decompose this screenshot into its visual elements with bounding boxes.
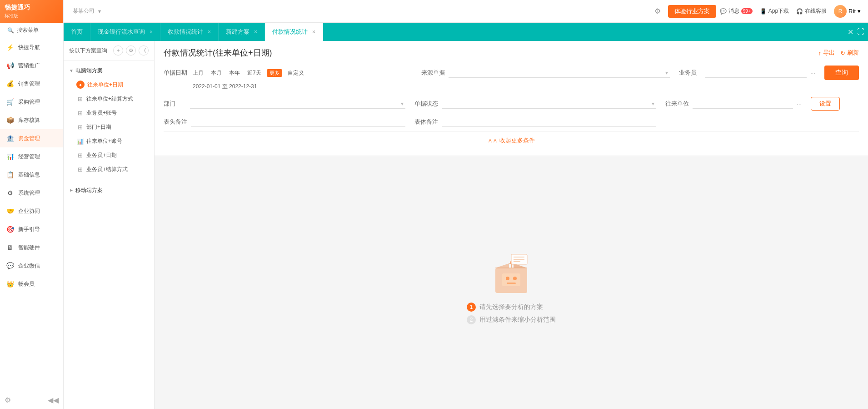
app-download-button[interactable]: 📱 App下载 xyxy=(760,7,789,15)
schema-item-partner-date[interactable]: ● 往来单位+日期 xyxy=(64,77,154,92)
sidebar-item-wechat[interactable]: 💬 企业微信 xyxy=(0,257,63,275)
schema-item-staff-account[interactable]: ⊞ 业务员+账号 xyxy=(64,106,154,120)
export-button[interactable]: ↑ 导出 xyxy=(818,49,835,57)
header-gear-icon[interactable]: ⚙ xyxy=(654,7,661,15)
pc-schemes-title[interactable]: ▼ 电脑端方案 xyxy=(64,64,154,77)
app-download-label: App下载 xyxy=(768,7,789,15)
sales-icon: 💰 xyxy=(5,79,15,88)
sidebar-item-quick-nav[interactable]: ⚡ 快捷导航 xyxy=(0,38,63,56)
staff-more-icon[interactable]: ··· xyxy=(810,70,815,76)
settings-icon[interactable]: ⚙ xyxy=(5,396,11,404)
sidebar-item-label: 智能硬件 xyxy=(18,244,40,252)
schema-item-staff-settle[interactable]: ⊞ 业务员+结算方式 xyxy=(64,162,154,177)
online-service-button[interactable]: 🎧 在线客服 xyxy=(796,7,827,15)
sidebar-item-purchase[interactable]: 🛒 采购管理 xyxy=(0,93,63,111)
sidebar-item-basic-info[interactable]: 📋 基础信息 xyxy=(0,166,63,184)
tab-income-stats[interactable]: 收款情况统计 × xyxy=(160,23,219,41)
refresh-button[interactable]: ↻ 刷新 xyxy=(840,49,859,57)
refresh-icon: ↻ xyxy=(840,50,845,56)
sidebar-item-hardware[interactable]: 🖥 智能硬件 xyxy=(0,238,63,257)
sidebar-item-operations[interactable]: 📊 经营管理 xyxy=(0,147,63,166)
sidebar-search[interactable]: 🔍 搜索菜单 xyxy=(0,23,63,38)
date-custom[interactable]: 自定义 xyxy=(286,68,306,78)
mobile-schemes-label: 移动端方案 xyxy=(75,187,103,194)
expand-arrow-icon: ▼ xyxy=(69,188,74,193)
tab-home-label: 首页 xyxy=(71,28,83,36)
partner-more-icon[interactable]: ··· xyxy=(797,101,802,107)
tab-payment-stats[interactable]: 付款情况统计 × xyxy=(265,23,323,41)
sidebar-item-guide[interactable]: 🎯 新手引导 xyxy=(0,220,63,238)
sidebar-item-sales[interactable]: 💰 销售管理 xyxy=(0,75,63,93)
dept-select[interactable]: ▾ xyxy=(190,99,405,109)
schema-item-dept-date[interactable]: ⊞ 部门+日期 xyxy=(64,120,154,134)
staff-input[interactable] xyxy=(705,68,807,78)
status-select[interactable]: ▾ xyxy=(442,99,656,109)
date-this-month[interactable]: 本月 xyxy=(209,68,224,78)
main-area: 某某公司 ▾ ⚙ 体验行业方案 💬 消息 99+ 📱 App下载 🎧 在线客服 … xyxy=(64,0,868,409)
sidebar-item-member[interactable]: 👑 畅会员 xyxy=(0,275,63,293)
settings-icon: ⚙ xyxy=(129,47,134,54)
empty-state: 1 请先选择要分析的方案 2 用过滤条件来缩小分析范围 xyxy=(467,250,556,324)
mobile-schemes-title[interactable]: ▼ 移动端方案 xyxy=(64,184,154,197)
maximize-window-icon[interactable]: ⛶ xyxy=(857,28,864,36)
sidebar-item-marketing[interactable]: 📢 营销推广 xyxy=(0,56,63,75)
close-window-icon[interactable]: ✕ xyxy=(848,28,853,36)
sidebar-item-enterprise[interactable]: 🤝 企业协同 xyxy=(0,202,63,220)
schema-item-label: 部门+日期 xyxy=(86,123,111,131)
tab-income-stats-close[interactable]: × xyxy=(208,29,211,35)
date-range-row: 2022-01-01 至 2022-12-31 xyxy=(164,83,859,91)
date-more[interactable]: 更多 xyxy=(267,69,282,77)
svg-rect-6 xyxy=(507,283,516,284)
tab-new-plan[interactable]: 新建方案 × xyxy=(219,23,265,41)
sidebar-item-label: 新手引导 xyxy=(18,226,40,233)
scheme-settings-button[interactable]: ⚙ xyxy=(126,45,136,56)
sidebar-item-inventory[interactable]: 📦 库存核算 xyxy=(0,111,63,129)
tab-bank-flow-close[interactable]: × xyxy=(150,29,153,35)
date-this-year[interactable]: 本年 xyxy=(227,68,242,78)
tab-bank-flow[interactable]: 现金银行流水查询 × xyxy=(90,23,160,41)
filter-partner: 往来单位 ··· xyxy=(665,99,802,109)
sidebar-item-label: 系统管理 xyxy=(18,189,40,197)
collapse-left-panel-button[interactable]: 《 xyxy=(139,45,149,56)
user-profile[interactable]: R Rit ▾ xyxy=(834,5,861,18)
refresh-label: 刷新 xyxy=(847,49,859,57)
try-industry-button[interactable]: 体验行业方案 xyxy=(668,5,716,18)
filter-status: 单据状态 ▾ xyxy=(414,99,656,109)
tab-home[interactable]: 首页 xyxy=(64,23,90,41)
collapse-sidebar-icon[interactable]: ◀◀ xyxy=(48,396,59,404)
collapse-filters-button[interactable]: ∧∧ 收起更多条件 xyxy=(164,131,859,149)
filter-header-note: 表头备注 xyxy=(164,117,405,127)
source-select[interactable]: ▾ xyxy=(449,68,670,78)
messages-button[interactable]: 💬 消息 99+ xyxy=(720,7,753,15)
tip-num-1: 1 xyxy=(467,303,476,312)
body-note-input[interactable] xyxy=(442,117,656,127)
tab-payment-stats-close[interactable]: × xyxy=(312,29,315,35)
sidebar-nav: ⚡ 快捷导航 📢 营销推广 💰 销售管理 🛒 采购管理 📦 库存核算 🏦 资金管… xyxy=(0,38,63,391)
header-note-input[interactable] xyxy=(191,117,405,127)
data-area: 1 请先选择要分析的方案 2 用过滤条件来缩小分析范围 xyxy=(155,156,868,409)
add-scheme-button[interactable]: + xyxy=(113,45,123,56)
left-panel-actions: + ⚙ 《 xyxy=(113,45,149,56)
tip-text-2: 用过滤条件来缩小分析范围 xyxy=(479,316,556,324)
schema-item-partner-settle[interactable]: ⊞ 往来单位+结算方式 xyxy=(64,92,154,106)
online-service-label: 在线客服 xyxy=(805,7,827,15)
sidebar-item-finance[interactable]: 🏦 资金管理 xyxy=(0,129,63,147)
right-panel: 付款情况统计(往来单位+日期) ↑ 导出 ↻ 刷新 xyxy=(155,41,868,409)
settings-button[interactable]: 设置 xyxy=(811,97,840,111)
table-icon: ⊞ xyxy=(76,124,84,131)
partner-input[interactable] xyxy=(693,99,793,109)
basic-info-icon: 📋 xyxy=(5,170,15,179)
query-button[interactable]: 查询 xyxy=(824,66,859,80)
schema-item-staff-date[interactable]: ⊞ 业务员+日期 xyxy=(64,148,154,162)
query-set-col: 查询 xyxy=(824,66,859,80)
partner-label: 往来单位 xyxy=(665,100,689,108)
add-icon: + xyxy=(116,47,120,54)
schema-item-partner-account[interactable]: 📊 往来单位+账号 xyxy=(64,134,154,148)
sidebar-item-system[interactable]: ⚙ 系统管理 xyxy=(0,184,63,202)
date-last-month[interactable]: 上月 xyxy=(191,68,205,78)
sidebar-std: 标准版 xyxy=(5,13,30,19)
filter-source: 来源单据 ▾ xyxy=(421,68,670,78)
table-icon: ⊞ xyxy=(76,152,84,159)
tab-new-plan-close[interactable]: × xyxy=(254,29,257,35)
date-7days[interactable]: 近7天 xyxy=(245,68,263,78)
